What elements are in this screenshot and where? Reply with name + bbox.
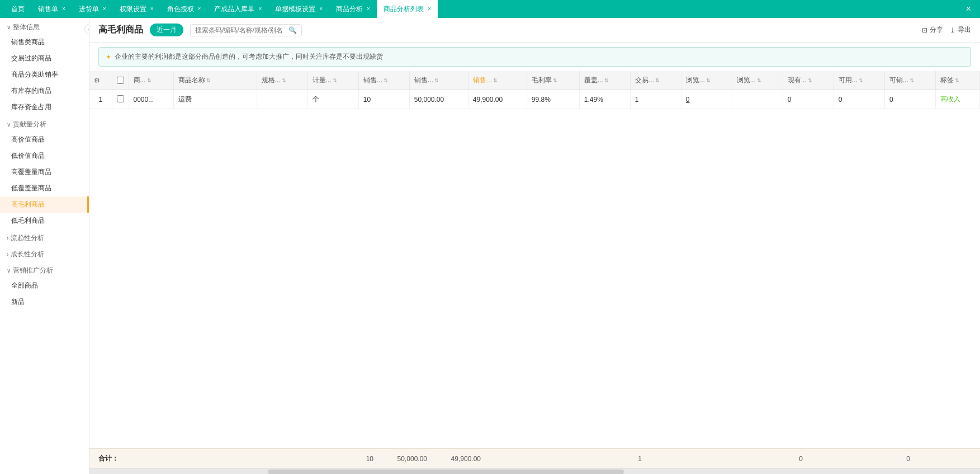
cell-view1[interactable]: 0 — [681, 90, 732, 109]
search-box[interactable]: 🔍 — [190, 24, 302, 36]
horizontal-scrollbar[interactable] — [89, 468, 980, 474]
col-view1: 浏览... ⇅ — [681, 71, 732, 90]
scrollbar-thumb[interactable] — [268, 470, 624, 474]
page-title: 高毛利商品 — [98, 24, 143, 36]
sidebar-item-new-goods[interactable]: 新品 — [0, 294, 89, 310]
content-header: 高毛利商品 近一月 🔍 ⊡ 分享 ⤓ 导出 — [89, 18, 980, 43]
sidebar-item-category-rate[interactable]: 商品分类助销率 — [0, 67, 89, 83]
col-unit-sort[interactable]: ⇅ — [333, 78, 337, 83]
header-actions: ⊡ 分享 ⤓ 导出 — [922, 25, 971, 35]
sidebar-item-stocked-goods[interactable]: 有库存的商品 — [0, 83, 89, 99]
cell-coverage: 1.49% — [579, 90, 630, 109]
col-settings[interactable]: ⚙ — [89, 71, 112, 90]
nav-product-analysis-list[interactable]: 商品分析列表 × — [377, 0, 438, 18]
col-sale-qty: 销售... ⇅ — [358, 71, 409, 90]
nav-role-auth[interactable]: 角色授权 × — [160, 0, 208, 18]
col-tag-sort[interactable]: ⇅ — [955, 78, 959, 83]
col-view1-sort[interactable]: ⇅ — [706, 78, 711, 83]
col-coverage-sort[interactable]: ⇅ — [604, 78, 609, 83]
sidebar-group-overall[interactable]: ∨ 整体信息 — [0, 18, 89, 34]
sidebar-item-traded-goods[interactable]: 交易过的商品 — [0, 50, 89, 67]
col-sale-qty-sort[interactable]: ⇅ — [384, 78, 388, 83]
sidebar-item-sales-goods[interactable]: 销售类商品 — [0, 34, 89, 50]
sidebar-item-stock-capital[interactable]: 库存资金占用 — [0, 99, 89, 115]
product-table: ⚙ 商... ⇅ — [89, 71, 980, 109]
footer-tx-count: 1 — [597, 455, 642, 463]
nav-permission-settings-close[interactable]: × — [150, 0, 154, 18]
col-sale-profit: 销售... ⇅ — [468, 71, 527, 90]
nav-product-inbound[interactable]: 产成品入库单 × — [207, 0, 268, 18]
sidebar: « ∨ 整体信息 销售类商品 交易过的商品 商品分类助销率 有库存的商品 库存资… — [0, 18, 89, 474]
footer-stock-sale: 0 — [865, 455, 910, 463]
sidebar-group-trend[interactable]: › 流趋性分析 — [0, 229, 89, 245]
col-code-sort[interactable]: ⇅ — [147, 78, 152, 83]
cell-gross-margin: 99.8% — [527, 90, 579, 109]
nav-template-settings[interactable]: 单据模板设置 × — [268, 0, 329, 18]
sidebar-group-contribution[interactable]: ∨ 贡献量分析 — [0, 115, 89, 132]
nav-sales-order-close[interactable]: × — [62, 0, 65, 18]
search-input[interactable] — [195, 26, 286, 34]
sidebar-item-high-margin[interactable]: 高毛利商品 — [0, 196, 89, 213]
col-sale-amt: 销售... ⇅ — [409, 71, 468, 90]
col-tx-count: 交易... ⇅ — [630, 71, 681, 90]
nav-product-analysis[interactable]: 商品分析 × — [329, 0, 377, 18]
nav-home[interactable]: 首页 — [4, 0, 31, 18]
col-view2: 浏览... ⇅ — [732, 71, 783, 90]
sidebar-item-low-value[interactable]: 低价值商品 — [0, 148, 89, 164]
cell-tag: 高收入 — [935, 90, 979, 109]
cell-name: 运费 — [173, 90, 257, 109]
col-stock-avail-sort[interactable]: ⇅ — [859, 78, 863, 83]
col-view2-sort[interactable]: ⇅ — [757, 78, 761, 83]
window-close-button[interactable]: × — [962, 4, 976, 14]
footer-label: 合计： — [98, 454, 119, 463]
col-name-sort[interactable]: ⇅ — [206, 78, 211, 83]
col-stock-current-sort[interactable]: ⇅ — [808, 78, 812, 83]
nav-product-analysis-close[interactable]: × — [367, 0, 370, 18]
col-spec: 规格... ⇅ — [257, 71, 307, 90]
nav-role-auth-close[interactable]: × — [198, 0, 201, 18]
cell-sale-profit: 49,900.00 — [468, 90, 527, 109]
col-stock-current: 现有... ⇅ — [783, 71, 834, 90]
sidebar-item-all-goods[interactable]: 全部商品 — [0, 278, 89, 294]
search-icon[interactable]: 🔍 — [288, 26, 297, 34]
settings-icon[interactable]: ⚙ — [94, 77, 100, 85]
share-icon: ⊡ — [922, 26, 927, 34]
col-tx-count-sort[interactable]: ⇅ — [655, 78, 660, 83]
footer-sale-qty: 10 — [329, 455, 373, 463]
footer-totals: 合计： 10 50,000.00 49,900.00 1 0 0 — [89, 448, 980, 468]
sidebar-item-high-coverage[interactable]: 高覆盖量商品 — [0, 164, 89, 180]
cell-checkbox[interactable] — [112, 90, 129, 109]
table-row: 1 0000... 运费 — [89, 90, 980, 109]
cell-code: 0000... — [129, 90, 173, 109]
col-sale-amt-sort[interactable]: ⇅ — [434, 78, 439, 83]
select-all-checkbox[interactable] — [117, 77, 124, 84]
nav-product-analysis-list-close[interactable]: × — [428, 0, 431, 18]
export-button[interactable]: ⤓ 导出 — [950, 25, 971, 35]
col-gross-margin-sort[interactable]: ⇅ — [553, 78, 557, 83]
row-checkbox[interactable] — [117, 95, 124, 102]
col-checkbox[interactable] — [112, 71, 129, 90]
nav-product-inbound-close[interactable]: × — [258, 0, 262, 18]
col-stock-sale: 可销... ⇅ — [884, 71, 935, 90]
data-table-container[interactable]: ⚙ 商... ⇅ — [89, 71, 980, 448]
sidebar-group-overall-arrow: ∨ — [7, 24, 11, 30]
sidebar-item-high-value[interactable]: 高价值商品 — [0, 132, 89, 148]
col-stock-sale-sort[interactable]: ⇅ — [910, 78, 914, 83]
sidebar-group-marketing[interactable]: ∨ 营销推广分析 — [0, 261, 89, 278]
footer-sale-amt: 50,000.00 — [382, 455, 427, 463]
sidebar-group-growth[interactable]: › 成长性分析 — [0, 245, 89, 261]
nav-sales-order[interactable]: 销售单 × — [31, 0, 72, 18]
col-sale-profit-sort[interactable]: ⇅ — [493, 78, 498, 83]
col-spec-sort[interactable]: ⇅ — [282, 78, 286, 83]
nav-purchase-order-close[interactable]: × — [103, 0, 106, 18]
sidebar-group-growth-arrow: › — [7, 251, 8, 257]
content-area: 高毛利商品 近一月 🔍 ⊡ 分享 ⤓ 导出 ✦ 企业的主要的利润都是这部分商品创… — [89, 18, 980, 474]
nav-permission-settings[interactable]: 权限设置 × — [113, 0, 160, 18]
nav-template-settings-close[interactable]: × — [319, 0, 323, 18]
filter-recent-month-button[interactable]: 近一月 — [150, 24, 183, 36]
sidebar-group-trend-arrow: › — [7, 235, 8, 241]
sidebar-item-low-coverage[interactable]: 低覆盖量商品 — [0, 180, 89, 196]
sidebar-item-low-margin[interactable]: 低毛利商品 — [0, 213, 89, 229]
nav-purchase-order[interactable]: 进货单 × — [72, 0, 113, 18]
share-button[interactable]: ⊡ 分享 — [922, 25, 943, 35]
